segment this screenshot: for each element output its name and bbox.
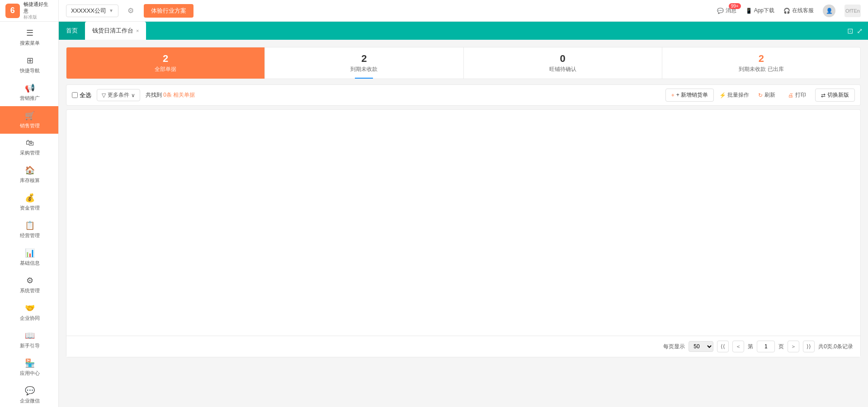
page-input[interactable] <box>757 341 775 352</box>
stats-tabs: 2 全部单据2 到期未收款0 旺铺待确认2 到期未收款 已出库 <box>66 47 861 79</box>
sidebar-icon-8: 📊 <box>25 248 35 258</box>
sidebar-icon-3: 🛒 <box>25 111 35 121</box>
online-service-item[interactable]: 🎧 在线客服 <box>783 7 814 14</box>
select-all-input[interactable] <box>72 92 78 98</box>
sidebar-icon-13: 💬 <box>25 386 35 396</box>
stat-tab-0[interactable]: 2 全部单据 <box>66 47 265 79</box>
sidebar-item-5[interactable]: 🏠 库存核算 <box>0 161 58 188</box>
sidebar-icon-5: 🏠 <box>25 165 35 175</box>
sidebar-item-11[interactable]: 📖 新手引导 <box>0 326 58 354</box>
refresh-button[interactable]: ↻ 刷新 <box>755 89 779 101</box>
next-page-btn[interactable]: ＞ <box>788 341 799 352</box>
select-all-checkbox[interactable]: 全选 <box>72 91 91 99</box>
sidebar-label-4: 采购管理 <box>20 150 40 156</box>
sidebar-item-12[interactable]: 🏪 应用中心 <box>0 354 58 381</box>
sidebar-item-4[interactable]: 🛍 采购管理 <box>0 134 58 161</box>
sidebar-label-12: 应用中心 <box>20 370 40 377</box>
sidebar-label-8: 基础信息 <box>20 260 40 267</box>
per-page-select[interactable]: 50 100 <box>689 341 713 352</box>
table-empty-area <box>66 110 860 336</box>
logo-icon: 6 <box>5 4 20 18</box>
sidebar-icon-0: ☰ <box>26 28 33 38</box>
online-service-label: 在线客服 <box>792 7 814 14</box>
logo-text: 畅捷通好生意 <box>24 1 53 14</box>
page-label: 第 <box>748 343 753 351</box>
sidebar-label-3: 销售管理 <box>20 122 40 129</box>
chevron-down-icon: ▼ <box>109 8 113 13</box>
new-sale-button[interactable]: + + 新增销货单 <box>665 89 714 102</box>
toolbar-right: + + 新增销货单 ⚡ 批量操作 ↻ 刷新 🖨 打印 ⇄ 切换新版 <box>665 89 855 102</box>
found-text: 共找到 0条 相关单据 <box>146 91 195 99</box>
toolbar: 全选 ▽ 更多条件 ∨ 共找到 0条 相关单据 + + 新增销货单 ⚡ 批量操作 <box>66 84 861 106</box>
page-suffix: 页 <box>778 343 784 351</box>
tab-qhrc[interactable]: 钱货日清工作台 × <box>85 22 146 40</box>
sidebar-icon-10: 🤝 <box>25 303 35 313</box>
tab-nav: 首页 钱货日清工作台 × ⊡ ⤢ <box>59 22 868 40</box>
sidebar-item-10[interactable]: 🤝 企业协同 <box>0 299 58 326</box>
sidebar-item-2[interactable]: 📢 营销推广 <box>0 79 58 106</box>
sidebar-icon-1: ⊞ <box>27 56 33 65</box>
download-icon: 📱 <box>745 8 752 14</box>
sidebar-label-6: 资金管理 <box>20 205 40 211</box>
pagination-bar: 每页显示 50 100 ⟨⟨ ＜ 第 页 ＞ ⟩⟩ 共0页,0条记录 <box>66 336 860 357</box>
sidebar-label-10: 企业协同 <box>20 315 40 322</box>
sidebar-label-13: 企业微信 <box>20 398 40 404</box>
total-label: 共0页,0条记录 <box>818 343 853 351</box>
sidebar-item-9[interactable]: ⚙ 系统管理 <box>0 271 58 299</box>
last-page-btn[interactable]: ⟩⟩ <box>803 341 815 352</box>
sidebar: 6 畅捷通好生意 标准版 ☰ 搜索菜单⊞ 快捷导航📢 营销推广🛒 销售管理🛍 采… <box>0 0 59 407</box>
filter-button[interactable]: ▽ 更多条件 ∨ <box>97 89 140 101</box>
logo-area: 6 畅捷通好生意 标准版 <box>0 0 58 22</box>
message-badge: 99+ <box>729 3 741 9</box>
first-page-btn[interactable]: ⟨⟨ <box>717 341 729 352</box>
prev-page-btn[interactable]: ＜ <box>732 341 744 352</box>
table-area: 每页显示 50 100 ⟨⟨ ＜ 第 页 ＞ ⟩⟩ 共0页,0条记录 <box>66 109 861 357</box>
sidebar-item-0[interactable]: ☰ 搜索菜单 <box>0 23 58 51</box>
tab-home-label: 首页 <box>66 27 78 35</box>
sidebar-item-7[interactable]: 📋 经营管理 <box>0 216 58 243</box>
company-selector[interactable]: XXXXXX公司 ▼ <box>66 5 118 17</box>
tab-maximize-icon[interactable]: ⤢ <box>857 27 863 35</box>
tab-qhrc-label: 钱货日清工作台 <box>92 27 133 35</box>
sidebar-item-3[interactable]: 🛒 销售管理 <box>0 106 58 134</box>
stat-tab-3[interactable]: 2 到期未收款 已出库 <box>662 47 860 79</box>
tab-home[interactable]: 首页 <box>59 22 85 40</box>
related-link[interactable]: 相关单据 <box>173 92 195 98</box>
sidebar-icon-7: 📋 <box>25 220 35 230</box>
filter-label: 更多条件 <box>108 91 129 99</box>
sidebar-item-8[interactable]: 📊 基础信息 <box>0 243 58 271</box>
stat-num-1: 2 <box>272 53 456 65</box>
app-download-item[interactable]: 📱 App下载 <box>745 7 774 14</box>
settings-icon[interactable]: ⚙ <box>127 6 134 15</box>
stat-label-3: 到期未收款 已出库 <box>670 65 853 73</box>
stat-num-0: 2 <box>74 53 257 65</box>
stat-tab-2[interactable]: 0 旺铺待确认 <box>464 47 662 79</box>
stat-num-3: 2 <box>670 53 853 65</box>
sidebar-label-9: 系统管理 <box>20 287 40 294</box>
header-right: 💬 消息 99+ 📱 App下载 🎧 在线客服 👤 OfTEn <box>717 5 861 17</box>
avatar[interactable]: 👤 <box>823 5 835 17</box>
per-page-label: 每页显示 <box>663 343 685 351</box>
sidebar-label-11: 新手引导 <box>20 342 40 349</box>
refresh-icon: ↻ <box>758 92 763 98</box>
sidebar-item-13[interactable]: 💬 企业微信 <box>0 381 58 407</box>
sidebar-label-0: 搜索菜单 <box>20 40 40 47</box>
message-item[interactable]: 💬 消息 99+ <box>717 7 736 14</box>
tab-close-icon[interactable]: × <box>136 28 139 33</box>
sidebar-item-1[interactable]: ⊞ 快捷导航 <box>0 51 58 79</box>
print-button[interactable]: 🖨 打印 <box>784 89 810 101</box>
stat-label-0: 全部单据 <box>74 65 257 73</box>
avatar-text: OfTEn <box>844 5 861 17</box>
switch-version-button[interactable]: ⇄ 切换新版 <box>815 89 855 102</box>
trial-button[interactable]: 体验行业方案 <box>144 4 193 18</box>
batch-op-button[interactable]: ⚡ 批量操作 <box>719 91 749 99</box>
main-content: 2 全部单据2 到期未收款0 旺铺待确认2 到期未收款 已出库 全选 ▽ 更多条… <box>59 40 868 407</box>
sidebar-label-2: 营销推广 <box>20 95 40 102</box>
message-icon: 💬 <box>717 8 724 14</box>
tab-minimize-icon[interactable]: ⊡ <box>847 27 853 35</box>
app-download-label: App下载 <box>754 7 774 14</box>
sidebar-label-5: 库存核算 <box>20 177 40 184</box>
sidebar-icon-6: 💰 <box>25 193 35 203</box>
sidebar-item-6[interactable]: 💰 资金管理 <box>0 188 58 216</box>
stat-tab-1[interactable]: 2 到期未收款 <box>265 47 463 79</box>
